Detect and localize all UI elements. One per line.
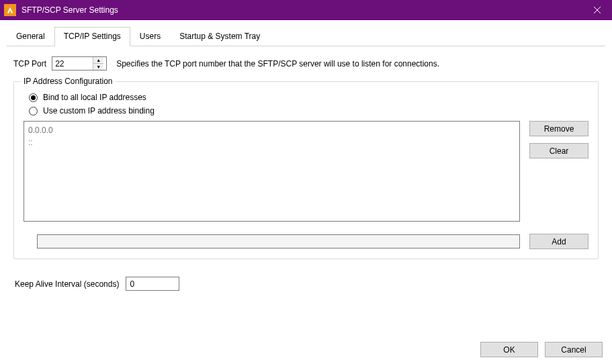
- cancel-button[interactable]: Cancel: [545, 342, 603, 357]
- tab-tcpip-settings[interactable]: TCP/IP Settings: [54, 27, 130, 46]
- tcp-port-label: TCP Port: [13, 59, 46, 69]
- close-button[interactable]: [582, 0, 612, 20]
- tcp-port-description: Specifies the TCP port number that the S…: [116, 59, 439, 69]
- spin-up-icon[interactable]: ▲: [93, 57, 103, 64]
- tab-startup-system-tray[interactable]: Startup & System Tray: [170, 27, 269, 46]
- tcp-port-row: TCP Port ▲ ▼ Specifies the TCP port numb…: [13, 56, 599, 71]
- window-title: SFTP/SCP Server Settings: [21, 5, 582, 15]
- dialog-footer: OK Cancel: [480, 342, 603, 357]
- tab-general[interactable]: General: [7, 27, 54, 46]
- tab-panel-tcpip: TCP Port ▲ ▼ Specifies the TCP port numb…: [7, 46, 605, 298]
- add-ip-row: Add: [24, 234, 588, 249]
- spin-down-icon[interactable]: ▼: [93, 64, 103, 70]
- keepalive-row: Keep Alive Interval (seconds): [15, 277, 599, 291]
- radio-bind-all-row[interactable]: Bind to all local IP addresses: [29, 93, 588, 102]
- tcp-port-input[interactable]: [52, 57, 93, 70]
- radio-custom-label: Use custom IP address binding: [43, 106, 155, 116]
- keepalive-label: Keep Alive Interval (seconds): [15, 279, 119, 289]
- content-area: General TCP/IP Settings Users Startup & …: [0, 20, 612, 298]
- close-icon: [594, 7, 601, 13]
- clear-button[interactable]: Clear: [529, 143, 588, 158]
- tcp-port-spinbox[interactable]: ▲ ▼: [52, 56, 107, 71]
- add-ip-input[interactable]: [37, 234, 520, 248]
- radio-custom-binding[interactable]: [29, 107, 38, 116]
- tab-strip: General TCP/IP Settings Users Startup & …: [7, 27, 605, 46]
- ok-button[interactable]: OK: [480, 342, 538, 357]
- spinbox-arrows: ▲ ▼: [93, 57, 103, 70]
- app-icon: [4, 4, 16, 16]
- ip-section: 0.0.0.0 :: Remove Clear: [24, 121, 588, 222]
- titlebar: SFTP/SCP Server Settings: [0, 0, 612, 20]
- radio-custom-row[interactable]: Use custom IP address binding: [29, 106, 588, 116]
- ip-side-buttons: Remove Clear: [529, 121, 588, 222]
- ip-config-legend: IP Address Configuration: [21, 77, 116, 86]
- radio-bind-all[interactable]: [29, 93, 38, 102]
- radio-bind-all-label: Bind to all local IP addresses: [43, 93, 146, 102]
- tab-users[interactable]: Users: [130, 27, 170, 46]
- add-button[interactable]: Add: [529, 234, 588, 249]
- keepalive-input[interactable]: [126, 277, 179, 291]
- remove-button[interactable]: Remove: [529, 121, 588, 136]
- ip-address-list[interactable]: 0.0.0.0 ::: [24, 121, 520, 222]
- ip-config-fieldset: IP Address Configuration Bind to all loc…: [13, 81, 599, 259]
